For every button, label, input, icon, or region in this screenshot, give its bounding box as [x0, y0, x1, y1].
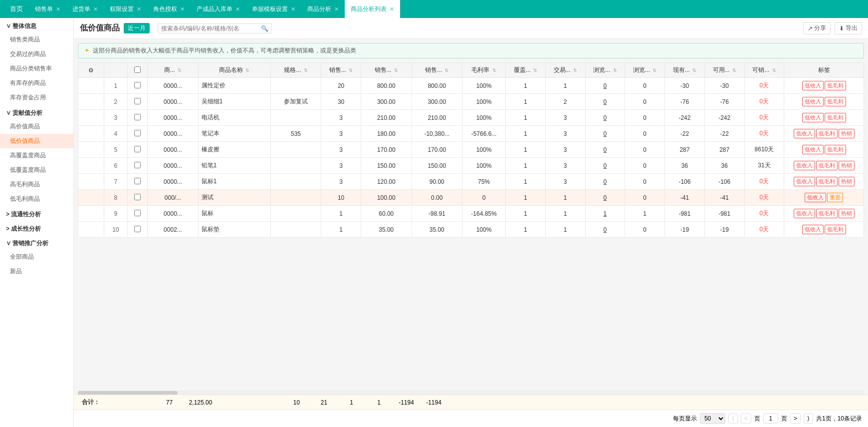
row-checkbox[interactable] — [134, 114, 141, 120]
sidebar-item-low-coverage[interactable]: 低覆盖度商品 — [0, 163, 73, 177]
table-body: 1 0000... 属性定价 20 800.00 800.00 100% 1 1… — [78, 78, 864, 238]
sidebar-group-marketing[interactable]: ∨ 营销推广分析 — [0, 235, 73, 250]
sidebar-item-high-margin[interactable]: 高毛利商品 — [0, 177, 73, 192]
col-gear[interactable]: ⚙ — [78, 63, 104, 78]
close-template-icon[interactable]: ✕ — [291, 6, 295, 12]
view1-link[interactable]: 0 — [604, 130, 607, 137]
close-analysis-list-icon[interactable]: ✕ — [390, 6, 394, 12]
data-table: ⚙ 商... ⇅ 商品名称 ⇅ 规格... ⇅ 销售... ⇅ 销售... ⇅ … — [78, 62, 864, 238]
row-checkbox[interactable] — [134, 226, 141, 232]
sidebar-item-stock-products[interactable]: 有库存的商品 — [0, 76, 73, 90]
col-trade-header[interactable]: 交易... ⇅ — [545, 63, 585, 78]
view1-link[interactable]: 0 — [604, 146, 607, 153]
row-days: 0天 — [744, 110, 784, 126]
col-code-header[interactable]: 商... ⇅ — [148, 63, 199, 78]
close-role-icon[interactable]: ✕ — [180, 6, 185, 12]
row-trade: 3 — [545, 126, 585, 142]
page-number-input[interactable] — [763, 414, 778, 424]
time-filter-button[interactable]: 近一月 — [124, 23, 150, 33]
first-page-button[interactable]: ⟨ — [728, 414, 738, 424]
view1-link[interactable]: 1 — [604, 210, 607, 217]
view1-link[interactable]: 0 — [604, 226, 607, 233]
col-stock-header[interactable]: 现有... ⇅ — [665, 63, 705, 78]
col-saleqty-header[interactable]: 销售... ⇅ — [321, 63, 361, 78]
share-icon: ↗ — [808, 25, 813, 32]
sidebar-group-overall[interactable]: ∨ 整体信息 — [0, 18, 73, 32]
sidebar-item-high-coverage[interactable]: 高覆盖度商品 — [0, 148, 73, 163]
search-input[interactable] — [161, 25, 261, 32]
row-tags: 低收入低毛利 — [784, 110, 864, 126]
nav-sales[interactable]: 销售单 ✕ — [29, 0, 66, 18]
col-margin-header[interactable]: 毛利率 ⇅ — [462, 63, 506, 78]
view1-link[interactable]: 0 — [604, 82, 607, 89]
sidebar-item-high-value[interactable]: 高价值商品 — [0, 119, 73, 134]
nav-product[interactable]: 产成品入库单 ✕ — [191, 0, 246, 18]
search-icon[interactable]: 🔍 — [261, 25, 268, 32]
sidebar-group-flow[interactable]: > 流通性分析 — [0, 206, 73, 221]
col-avail-header[interactable]: 可用... ⇅ — [704, 63, 744, 78]
row-name: 测试 — [198, 190, 270, 206]
col-coverage-header[interactable]: 覆盖... ⇅ — [506, 63, 546, 78]
row-checkbox[interactable] — [134, 130, 141, 136]
prev-page-button[interactable]: < — [741, 414, 751, 424]
nav-analysis[interactable]: 商品分析 ✕ — [301, 0, 345, 18]
sidebar-item-low-margin[interactable]: 低毛利商品 — [0, 192, 73, 206]
nav-home[interactable]: 首页 — [4, 0, 29, 18]
view1-link[interactable]: 0 — [604, 98, 607, 105]
last-page-button[interactable]: ⟩ — [804, 414, 813, 424]
export-button[interactable]: ⬇ 导出 — [835, 22, 862, 34]
col-saleprice-header[interactable]: 销售... ⇅ — [361, 63, 412, 78]
sidebar-item-new-products[interactable]: 新品 — [0, 264, 73, 279]
row-checkbox[interactable] — [134, 178, 141, 184]
sidebar-item-capital[interactable]: 库存资金占用 — [0, 90, 73, 105]
close-purchase-icon[interactable]: ✕ — [93, 6, 98, 12]
row-checkbox[interactable] — [134, 98, 141, 104]
row-avail: -41 — [704, 190, 744, 206]
close-analysis-icon[interactable]: ✕ — [334, 6, 339, 12]
table-area: ⚙ 商... ⇅ 商品名称 ⇅ 规格... ⇅ 销售... ⇅ 销售... ⇅ … — [78, 62, 864, 391]
col-name-header[interactable]: 商品名称 ⇅ — [198, 63, 270, 78]
sidebar-item-all-products[interactable]: 全部商品 — [0, 250, 73, 264]
close-product-icon[interactable]: ✕ — [235, 6, 240, 12]
col-sellable-header[interactable]: 可销... ⇅ — [744, 63, 784, 78]
row-name: 鼠标垫 — [198, 222, 270, 238]
row-checkbox[interactable] — [134, 146, 141, 152]
row-saleamt: 150.00 — [412, 158, 462, 174]
sidebar-item-sales-products[interactable]: 销售类商品 — [0, 32, 73, 47]
close-sales-icon[interactable]: ✕ — [56, 6, 60, 12]
top-nav: 首页 销售单 ✕ 进货单 ✕ 权限设置 ✕ 角色授权 ✕ 产成品入库单 ✕ 单据… — [0, 0, 868, 18]
row-checkbox[interactable] — [134, 194, 141, 200]
per-page-select[interactable]: 50 100 200 — [700, 413, 725, 424]
nav-role[interactable]: 角色授权 ✕ — [147, 0, 191, 18]
close-permission-icon[interactable]: ✕ — [137, 6, 141, 12]
sidebar-item-traded-products[interactable]: 交易过的商品 — [0, 47, 73, 61]
col-checkbox[interactable] — [127, 63, 148, 78]
nav-template[interactable]: 单据模板设置 ✕ — [246, 0, 301, 18]
sidebar-group-contribution[interactable]: ∨ 贡献值分析 — [0, 105, 73, 119]
nav-analysis-list[interactable]: 商品分析列表 ✕ — [345, 0, 400, 18]
nav-purchase[interactable]: 进货单 ✕ — [66, 0, 104, 18]
view1-link[interactable]: 0 — [604, 194, 607, 201]
select-all-checkbox[interactable] — [134, 66, 141, 73]
share-button[interactable]: ↗ 分享 — [803, 22, 831, 34]
horizontal-scrollbar[interactable] — [78, 391, 864, 395]
col-saleamt-header[interactable]: 销售... ⇅ — [412, 63, 462, 78]
row-saleprice: 120.00 — [361, 174, 412, 190]
row-stock: -41 — [665, 190, 705, 206]
sidebar-item-category-rate[interactable]: 商品分类销售率 — [0, 61, 73, 76]
view1-link[interactable]: 0 — [604, 114, 607, 121]
col-view2-header[interactable]: 浏览... ⇅ — [625, 63, 665, 78]
view1-link[interactable]: 0 — [604, 162, 607, 169]
col-spec-header[interactable]: 规格... ⇅ — [270, 63, 321, 78]
sidebar-item-low-value[interactable]: 低价值商品 — [0, 134, 73, 148]
row-checkbox[interactable] — [134, 82, 141, 88]
row-checkbox[interactable] — [134, 162, 141, 168]
view1-link[interactable]: 0 — [604, 178, 607, 185]
nav-permission[interactable]: 权限设置 ✕ — [104, 0, 147, 18]
sidebar-group-growth[interactable]: > 成长性分析 — [0, 221, 73, 235]
row-checkbox-cell — [127, 126, 148, 142]
col-view1-header[interactable]: 浏览... ⇅ — [585, 63, 625, 78]
row-checkbox[interactable] — [134, 210, 141, 216]
row-gear — [78, 206, 104, 222]
next-page-button[interactable]: > — [790, 414, 801, 424]
